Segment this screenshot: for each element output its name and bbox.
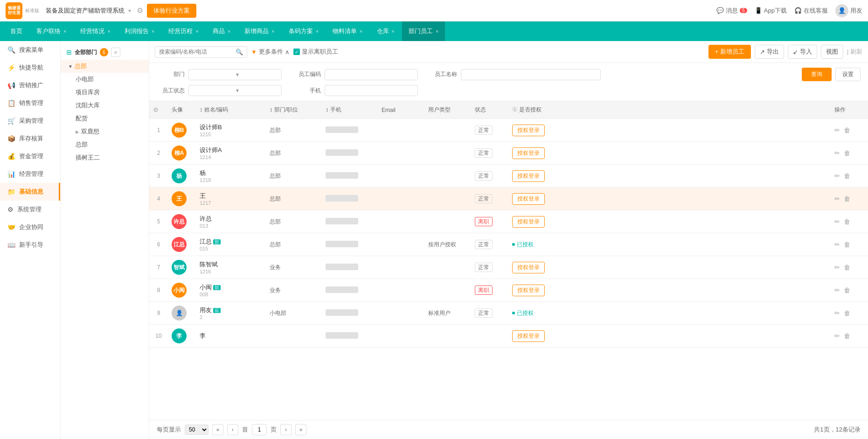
nav-item-barcode[interactable]: 条码方案 × — [282, 21, 325, 41]
last-page-btn[interactable]: » — [295, 424, 306, 435]
view-btn[interactable]: 视图 — [821, 45, 843, 59]
nav-item-dept[interactable]: 部门员工 × — [402, 21, 445, 41]
edit-icon[interactable]: ✏ — [834, 218, 840, 225]
collapse-btn[interactable]: « — [111, 48, 120, 57]
nav-close-barcode[interactable]: × — [316, 28, 319, 34]
auth-btn[interactable]: 授权登录 — [512, 285, 545, 296]
edit-icon[interactable]: ✏ — [834, 172, 840, 180]
col-name[interactable]: ↕ 姓名/编码 — [196, 101, 266, 119]
show-resigned-toggle[interactable]: ✓ 显示离职员工 — [293, 48, 338, 56]
next-page-btn[interactable]: › — [280, 424, 292, 435]
nav-item-profit[interactable]: 利润报告 × — [118, 21, 161, 41]
nav-close-operation[interactable]: × — [107, 28, 110, 34]
col-settings[interactable]: ⚙ — [149, 101, 168, 119]
edit-icon[interactable]: ✏ — [834, 309, 840, 317]
auth-btn[interactable]: 授权登录 — [512, 262, 545, 273]
page-size-select[interactable]: 50 20 100 — [185, 425, 208, 435]
delete-icon[interactable]: 🗑 — [844, 172, 850, 180]
delete-icon[interactable]: 🗑 — [844, 241, 850, 248]
search-icon-btn[interactable]: 🔍 — [236, 49, 243, 56]
prev-page-btn[interactable]: ‹ — [227, 424, 238, 435]
search-box[interactable]: 🔍 — [155, 46, 247, 58]
add-employee-btn[interactable]: + 新增员工 — [708, 45, 751, 59]
dept-node-chashuwang[interactable]: 插树王二 — [74, 151, 149, 164]
col-phone[interactable]: ↕ 手机 — [322, 101, 378, 119]
more-options-btn[interactable]: | 刷新 — [847, 48, 862, 56]
edit-icon[interactable]: ✏ — [834, 332, 840, 340]
nav-close-history[interactable]: × — [195, 28, 198, 34]
edit-icon[interactable]: ✏ — [834, 195, 840, 202]
more-filter-btn[interactable]: ▼ 更多条件 ∧ — [251, 48, 290, 56]
delete-icon[interactable]: 🗑 — [844, 264, 850, 271]
nav-item-home[interactable]: 首页 — [4, 21, 29, 41]
edit-icon[interactable]: ✏ — [834, 286, 840, 294]
auth-btn[interactable]: 授权登录 — [512, 330, 545, 342]
delete-icon[interactable]: 🗑 — [844, 332, 850, 340]
edit-icon[interactable]: ✏ — [834, 264, 840, 271]
auth-btn[interactable]: 授权登录 — [512, 147, 545, 159]
filter-code-input[interactable] — [325, 69, 418, 80]
nav-close-new-goods[interactable]: × — [271, 28, 274, 34]
auth-btn[interactable]: 授权登录 — [512, 193, 545, 205]
filter-name-input[interactable] — [461, 69, 601, 80]
try-btn[interactable]: 体验行业方案 — [147, 4, 196, 18]
edit-icon[interactable]: ✏ — [834, 149, 840, 157]
nav-item-warehouse[interactable]: 仓库 × — [370, 21, 401, 41]
import-btn[interactable]: ↙ 导入 — [788, 45, 817, 59]
delete-icon[interactable]: 🗑 — [844, 195, 850, 202]
settings-col-icon[interactable]: ⚙ — [153, 106, 159, 113]
nav-item-material[interactable]: 物料清单 × — [326, 21, 369, 41]
dept-node-general[interactable]: ▼ 总部 — [61, 60, 149, 73]
first-page-btn[interactable]: « — [212, 424, 223, 435]
sidebar-item-guide[interactable]: 📖 新手引导 — [0, 236, 60, 254]
filter-dept-select[interactable]: ▾ — [188, 69, 282, 80]
message-action[interactable]: 💬 消息 5 — [716, 7, 747, 15]
sidebar-item-quick-nav[interactable]: ⚡ 快捷导航 — [0, 59, 60, 77]
sidebar-item-purchase[interactable]: 🛒 采购管理 — [0, 112, 60, 130]
nav-item-goods[interactable]: 商品 × — [206, 21, 237, 41]
search-input[interactable] — [159, 49, 234, 55]
sidebar-item-system[interactable]: ⚙ 系统管理 — [0, 201, 60, 218]
nav-close-dept[interactable]: × — [436, 28, 438, 34]
nav-item-new-goods[interactable]: 新增商品 × — [238, 21, 281, 41]
delete-icon[interactable]: 🗑 — [844, 218, 850, 225]
export-btn[interactable]: ↗ 导出 — [755, 45, 784, 59]
sys-title-dropdown[interactable]: ▾ — [128, 7, 131, 14]
filter-phone-input[interactable] — [325, 85, 418, 96]
dept-node-shenyang[interactable]: 沈阳大库 — [74, 99, 149, 112]
search-btn[interactable]: 查询 — [802, 68, 832, 81]
dept-node-general2[interactable]: 总部 — [74, 138, 149, 151]
nav-item-customer[interactable]: 客户联络 × — [30, 21, 73, 41]
nav-close-customer[interactable]: × — [63, 28, 66, 34]
online-service-action[interactable]: 🎧 在线客服 — [794, 7, 828, 15]
col-dept[interactable]: ↕ 部门/职位 — [266, 101, 322, 119]
dept-node-project-warehouse[interactable]: 项目库房 — [74, 86, 149, 99]
sidebar-item-finance[interactable]: 💰 资金管理 — [0, 147, 60, 165]
sidebar-item-inventory[interactable]: 📦 库存核算 — [0, 130, 60, 147]
settings-icon[interactable]: ⚙ — [137, 6, 143, 15]
sidebar-item-management[interactable]: 📊 经营管理 — [0, 165, 60, 183]
delete-icon[interactable]: 🗑 — [844, 309, 850, 317]
sidebar-item-marketing[interactable]: 📢 营销推广 — [0, 77, 60, 94]
dept-node-shuanglu[interactable]: ▶ 双鹿想 — [74, 125, 149, 138]
nav-item-operation[interactable]: 经营情况 × — [74, 21, 117, 41]
filter-status-select[interactable]: ▾ — [188, 85, 282, 96]
delete-icon[interactable]: 🗑 — [844, 126, 850, 134]
nav-item-history[interactable]: 经营历程 × — [162, 21, 205, 41]
nav-close-goods[interactable]: × — [228, 28, 230, 34]
sidebar-item-collab[interactable]: 🤝 企业协同 — [0, 218, 60, 236]
auth-btn[interactable]: 授权登录 — [512, 216, 545, 228]
nav-close-profit[interactable]: × — [152, 28, 154, 34]
user-action[interactable]: 👤 用友 — [835, 4, 862, 17]
sidebar-search[interactable]: 🔍 搜索菜单 — [0, 41, 60, 59]
edit-icon[interactable]: ✏ — [834, 241, 840, 248]
sidebar-item-basic-info[interactable]: 📁 基础信息 — [0, 183, 60, 201]
delete-icon[interactable]: 🗑 — [844, 286, 850, 294]
auth-btn[interactable]: 授权登录 — [512, 125, 545, 136]
sidebar-item-sales[interactable]: 📋 销售管理 — [0, 94, 60, 112]
app-download-action[interactable]: 📱 App下载 — [755, 7, 787, 15]
nav-close-material[interactable]: × — [360, 28, 362, 34]
delete-icon[interactable]: 🗑 — [844, 149, 850, 157]
dept-node-small-electric[interactable]: 小电部 — [74, 73, 149, 86]
edit-icon[interactable]: ✏ — [834, 126, 840, 134]
